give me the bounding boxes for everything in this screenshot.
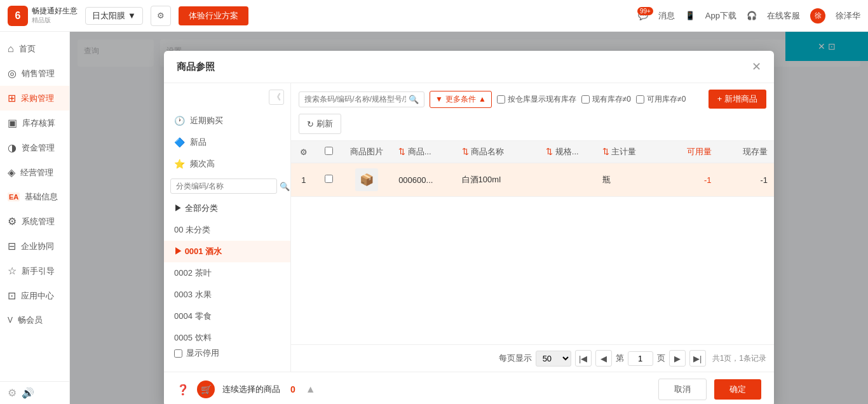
sidebar-item-home[interactable]: ⌂ 首页	[0, 37, 69, 61]
sidebar-item-system[interactable]: ⚙ 系统管理	[0, 209, 69, 234]
nav-dropdown[interactable]: 日太阳膜 ▼	[85, 7, 143, 25]
service-label[interactable]: 在线客服	[767, 10, 800, 22]
show-disabled-checkbox[interactable]	[174, 349, 182, 358]
sales-icon: ◎	[8, 67, 17, 79]
volume-icon[interactable]: 🔊	[22, 387, 34, 399]
message-label[interactable]: 消息	[658, 10, 675, 22]
col-spec-header[interactable]: ⇅ 规格...	[539, 141, 595, 163]
collapse-footer-icon[interactable]: ▲	[306, 384, 316, 395]
available-ne0-checkbox[interactable]	[636, 95, 644, 104]
product-search-input[interactable]	[304, 95, 406, 104]
sidebar-item-member[interactable]: V 畅会员	[0, 308, 69, 332]
row-checkbox-cell[interactable]	[316, 163, 342, 197]
sidebar-label-system: 系统管理	[22, 216, 55, 227]
sidebar-item-basics[interactable]: EA 基础信息	[0, 185, 69, 209]
col-unit-header[interactable]: ⇅ 主计量	[596, 141, 648, 163]
first-page-button[interactable]: |◀	[575, 350, 592, 367]
category-item-0003[interactable]: 0003 水果	[164, 284, 290, 306]
sidebar-item-apps[interactable]: ⊡ 应用中心	[0, 283, 69, 308]
stock-ne0-checkbox[interactable]	[581, 95, 590, 104]
app-download-icon: 📱	[685, 11, 695, 20]
refresh-button[interactable]: ↻ 刷新	[299, 114, 341, 134]
home-icon: ⌂	[8, 43, 14, 55]
product-image: 📦	[355, 168, 378, 191]
settings-bottom-icon[interactable]: ⚙	[8, 387, 17, 399]
show-disabled-label: 显示停用	[186, 347, 219, 359]
refresh-icon: ↻	[307, 119, 314, 129]
collapse-left-button[interactable]: 《	[269, 90, 284, 105]
available-ne0-label: 可用库存≠0	[647, 94, 686, 105]
category-item-0001[interactable]: ▶ 0001 酒水	[164, 241, 290, 262]
prev-page-button[interactable]: ◀	[595, 350, 612, 367]
col-stock-label: 现存量	[743, 147, 768, 156]
cancel-button[interactable]: 取消	[658, 379, 707, 400]
trial-button[interactable]: 体验行业方案	[179, 6, 248, 25]
more-filter-button[interactable]: ▼ 更多条件 ▲	[430, 91, 492, 108]
category-all-item[interactable]: ▶ 全部分类	[164, 198, 290, 219]
warehouse-display-checkbox[interactable]	[497, 95, 505, 104]
apps-icon: ⊡	[8, 290, 16, 302]
category-item-0004[interactable]: 0004 零食	[164, 306, 290, 327]
table-header-row: ⚙ 商品图片 ⇅	[291, 141, 774, 163]
row-checkbox[interactable]	[325, 175, 333, 183]
category-item-0005[interactable]: 0005 饮料	[164, 327, 290, 341]
row-img-cell: 📦	[342, 163, 393, 197]
sort-icon-unit: ⇅	[602, 147, 609, 156]
left-nav-recent-label: 近期购买	[190, 115, 223, 126]
col-name-header[interactable]: ⇅ 商品名称	[456, 141, 540, 163]
category-search-input[interactable]	[170, 178, 277, 194]
gear-icon[interactable]: ⚙	[151, 6, 171, 26]
page-size-select[interactable]: 50 10 20 100	[536, 351, 571, 367]
table-row[interactable]: 1 📦 000600...	[291, 163, 774, 197]
category-search-icon[interactable]: 🔍	[280, 182, 290, 191]
product-available: -1	[704, 175, 712, 185]
col-unit-label: 主计量	[611, 147, 636, 156]
row-name-cell: 白酒100ml	[456, 163, 540, 197]
category-item-00[interactable]: 00 未分类	[164, 219, 290, 241]
member-icon: V	[8, 316, 13, 325]
purchase-icon: ⊞	[8, 92, 16, 104]
sidebar-label-basics: 基础信息	[25, 191, 58, 203]
col-code-label: 商品...	[408, 147, 431, 156]
category-0003-name: 水果	[195, 290, 212, 299]
sidebar-item-sales[interactable]: ◎ 销售管理	[0, 61, 69, 86]
category-0005-label: 0005	[174, 333, 193, 341]
page-number-input[interactable]	[628, 351, 653, 366]
sidebar-item-guide[interactable]: ☆ 新手引导	[0, 259, 69, 283]
category-all-label: 全部分类	[185, 203, 218, 213]
user-name[interactable]: 徐泽华	[836, 10, 860, 22]
left-nav-frequent[interactable]: ⭐ 频次高	[164, 153, 290, 175]
confirm-button[interactable]: 确定	[714, 379, 761, 400]
category-00-name: 未分类	[186, 225, 210, 234]
left-nav-new-label: 新品	[190, 137, 207, 148]
chevron-down-icon: ▼	[128, 11, 136, 20]
left-nav-new[interactable]: 🔷 新品	[164, 131, 290, 153]
cart-button[interactable]: 🛒	[197, 380, 215, 398]
sidebar-item-finance[interactable]: ◑ 资金管理	[0, 135, 69, 160]
app-download-label[interactable]: App下载	[705, 10, 736, 22]
help-icon[interactable]: ❓	[177, 384, 189, 396]
col-available-header[interactable]: 可用量	[648, 141, 718, 163]
category-item-0002[interactable]: 0002 茶叶	[164, 262, 290, 284]
col-name-label: 商品名称	[471, 147, 504, 156]
col-code-header[interactable]: ⇅ 商品...	[392, 141, 455, 163]
row-seq: 1	[291, 163, 316, 197]
next-page-button[interactable]: ▶	[669, 350, 686, 367]
sidebar-item-operations[interactable]: ◈ 经营管理	[0, 160, 69, 185]
dialog-close-button[interactable]: ✕	[752, 60, 761, 74]
product-search-icon[interactable]: 🔍	[409, 95, 419, 104]
left-nav-recent[interactable]: 🕐 近期购买	[164, 110, 290, 131]
col-settings[interactable]: ⚙	[291, 141, 316, 163]
col-stock-header[interactable]: 现存量	[718, 141, 774, 163]
category-0001-label: 0001	[185, 246, 203, 256]
message-nav-item[interactable]: 💬 99+	[638, 11, 648, 20]
select-all-checkbox[interactable]	[325, 147, 333, 155]
sidebar-item-inventory[interactable]: ▣ 库存核算	[0, 111, 69, 135]
sidebar-item-purchase[interactable]: ⊞ 采购管理	[0, 86, 69, 111]
product-search-wrap: 🔍	[299, 91, 424, 107]
cart-count: 0	[290, 384, 295, 394]
frequent-icon: ⭐	[174, 159, 185, 169]
last-page-button[interactable]: ▶|	[689, 350, 706, 367]
sidebar-item-enterprise[interactable]: ⊟ 企业协同	[0, 234, 69, 259]
add-product-button[interactable]: + 新增商品	[709, 90, 766, 109]
